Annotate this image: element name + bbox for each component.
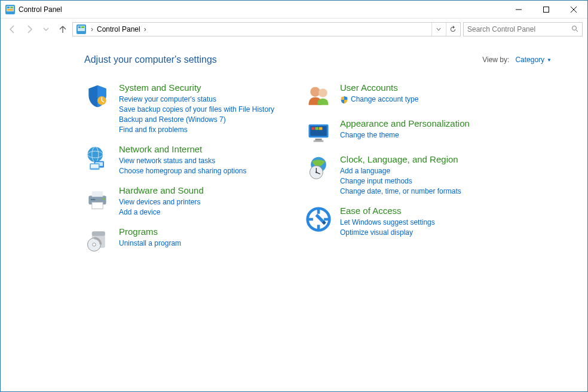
category-title[interactable]: Clock, Language, and Region bbox=[340, 154, 461, 166]
page-heading: Adjust your computer's settings bbox=[84, 54, 217, 65]
svg-line-14 bbox=[576, 30, 578, 32]
category-link[interactable]: Add a language bbox=[340, 166, 461, 176]
window-controls bbox=[505, 1, 587, 18]
svg-rect-6 bbox=[544, 7, 549, 12]
category-title[interactable]: Network and Internet bbox=[119, 143, 246, 155]
window-title: Control Panel bbox=[19, 5, 62, 14]
up-button[interactable] bbox=[56, 22, 70, 36]
minimize-button[interactable] bbox=[505, 1, 532, 18]
search-box[interactable] bbox=[463, 22, 583, 36]
content-area: Adjust your computer's settings View by:… bbox=[1, 40, 587, 265]
category-link[interactable]: Add a device bbox=[119, 207, 204, 218]
view-by-value: Category bbox=[515, 56, 544, 64]
category-network-internet: Network and Internet View network status… bbox=[84, 143, 293, 176]
search-input[interactable] bbox=[467, 25, 571, 33]
category-link[interactable]: Change input methods bbox=[340, 176, 461, 186]
svg-rect-11 bbox=[78, 26, 81, 28]
breadcrumb-root[interactable]: Control Panel bbox=[96, 25, 142, 33]
svg-rect-29 bbox=[92, 231, 105, 235]
svg-point-16 bbox=[88, 147, 103, 163]
forward-button[interactable] bbox=[22, 22, 36, 36]
category-title[interactable]: User Accounts bbox=[340, 82, 418, 94]
breadcrumb-chevron-icon[interactable]: › bbox=[88, 25, 96, 33]
printer-icon bbox=[84, 186, 111, 212]
navigation-bar: › Control Panel › bbox=[1, 19, 587, 40]
category-link[interactable]: Choose homegroup and sharing options bbox=[119, 166, 246, 176]
control-panel-small-icon bbox=[76, 24, 86, 34]
svg-rect-4 bbox=[7, 9, 13, 11]
category-link[interactable]: Optimize visual display bbox=[340, 228, 435, 238]
svg-rect-37 bbox=[316, 127, 319, 130]
address-bar[interactable]: › Control Panel › bbox=[72, 22, 461, 36]
content-header: Adjust your computer's settings View by:… bbox=[84, 54, 564, 65]
uac-shield-icon bbox=[340, 96, 348, 104]
control-panel-icon bbox=[5, 5, 15, 14]
category-link[interactable]: Backup and Restore (Windows 7) bbox=[119, 115, 274, 125]
shield-icon bbox=[84, 83, 111, 109]
monitor-appearance-icon bbox=[305, 119, 332, 145]
category-user-accounts: User Accounts Change account type bbox=[305, 82, 514, 109]
category-title[interactable]: Hardware and Sound bbox=[119, 185, 204, 197]
breadcrumb-chevron-icon[interactable]: › bbox=[142, 25, 149, 33]
category-link[interactable]: Let Windows suggest settings bbox=[340, 218, 435, 228]
category-columns: System and Security Review your computer… bbox=[84, 82, 564, 253]
view-by-label: View by: bbox=[482, 56, 509, 64]
category-link[interactable]: View network status and tasks bbox=[119, 156, 246, 166]
category-link[interactable]: Find and fix problems bbox=[119, 125, 274, 135]
category-link[interactable]: Review your computer's status bbox=[119, 94, 274, 105]
left-column: System and Security Review your computer… bbox=[84, 82, 293, 253]
disc-box-icon bbox=[84, 227, 111, 253]
category-appearance: Appearance and Personalization Change th… bbox=[305, 118, 514, 145]
svg-point-45 bbox=[316, 172, 317, 173]
svg-point-13 bbox=[572, 26, 577, 30]
right-column: User Accounts Change account type Appear… bbox=[305, 82, 514, 253]
category-title[interactable]: Appearance and Personalization bbox=[340, 118, 470, 130]
clock-globe-icon bbox=[305, 155, 332, 181]
category-title[interactable]: Ease of Access bbox=[340, 205, 435, 217]
category-clock-language-region: Clock, Language, and Region Add a langua… bbox=[305, 154, 514, 197]
category-link-text: Change account type bbox=[351, 94, 418, 105]
svg-rect-24 bbox=[92, 191, 103, 197]
category-link[interactable]: Change account type bbox=[340, 94, 418, 105]
svg-rect-2 bbox=[7, 7, 10, 8]
title-bar: Control Panel bbox=[1, 1, 587, 19]
view-by-control: View by: Category ▼ bbox=[482, 56, 552, 64]
category-link[interactable]: Save backup copies of your files with Fi… bbox=[119, 105, 274, 115]
chevron-down-icon: ▼ bbox=[547, 57, 552, 63]
view-by-dropdown[interactable]: Category ▼ bbox=[515, 56, 552, 64]
search-icon bbox=[571, 25, 578, 34]
ease-of-access-icon bbox=[305, 206, 332, 232]
svg-rect-3 bbox=[10, 7, 13, 8]
category-system-security: System and Security Review your computer… bbox=[84, 82, 293, 135]
category-link[interactable]: Change date, time, or number formats bbox=[340, 186, 461, 197]
svg-rect-22 bbox=[91, 164, 99, 168]
category-programs: Programs Uninstall a program bbox=[84, 226, 293, 253]
svg-point-31 bbox=[93, 243, 96, 247]
category-link[interactable]: Change the theme bbox=[340, 130, 470, 140]
category-hardware-sound: Hardware and Sound View devices and prin… bbox=[84, 185, 293, 218]
close-button[interactable] bbox=[560, 1, 587, 18]
back-button[interactable] bbox=[5, 22, 20, 36]
category-title[interactable]: Programs bbox=[119, 226, 181, 238]
svg-point-26 bbox=[103, 198, 105, 200]
globe-network-icon bbox=[84, 145, 111, 171]
svg-rect-36 bbox=[311, 127, 315, 130]
refresh-button[interactable] bbox=[446, 23, 459, 36]
users-icon bbox=[305, 83, 332, 109]
svg-rect-39 bbox=[316, 139, 322, 140]
category-link[interactable]: View devices and printers bbox=[119, 197, 204, 207]
svg-point-33 bbox=[318, 88, 327, 97]
svg-rect-12 bbox=[81, 26, 84, 28]
recent-dropdown-button[interactable] bbox=[39, 22, 53, 36]
category-title[interactable]: System and Security bbox=[119, 82, 274, 94]
category-link[interactable]: Uninstall a program bbox=[119, 238, 181, 249]
svg-rect-27 bbox=[91, 199, 95, 200]
address-tail bbox=[431, 23, 459, 36]
svg-rect-40 bbox=[314, 140, 324, 142]
svg-rect-25 bbox=[92, 203, 103, 209]
category-ease-of-access: Ease of Access Let Windows suggest setti… bbox=[305, 205, 514, 238]
svg-rect-38 bbox=[319, 127, 323, 130]
address-dropdown-button[interactable] bbox=[431, 23, 445, 36]
maximize-button[interactable] bbox=[532, 1, 560, 18]
